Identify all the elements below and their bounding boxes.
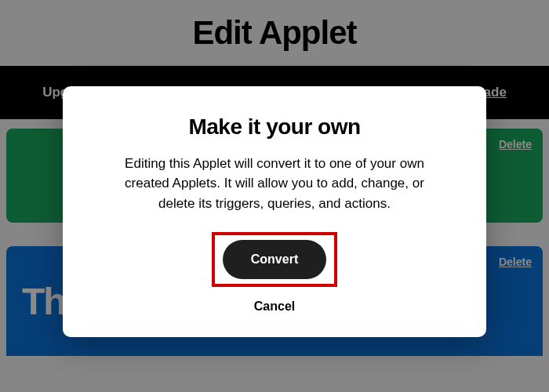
convert-button[interactable]: Convert [223, 240, 326, 279]
cancel-button[interactable]: Cancel [254, 299, 295, 314]
modal-body: Editing this Applet will convert it to o… [102, 154, 447, 214]
modal-dialog: Make it your own Editing this Applet wil… [63, 86, 486, 338]
modal-overlay: Make it your own Editing this Applet wil… [0, 0, 549, 392]
modal-title: Make it your own [102, 114, 447, 140]
convert-highlight: Convert [212, 232, 337, 287]
